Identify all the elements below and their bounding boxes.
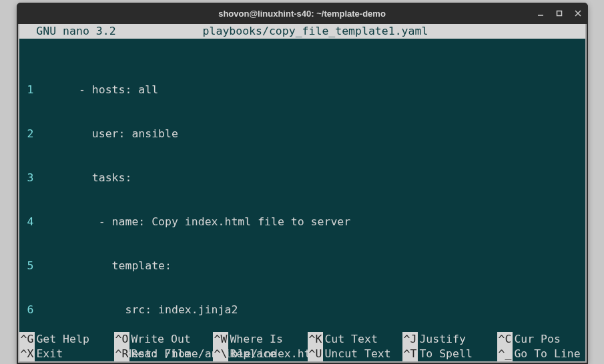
shortcut-label: Exit <box>35 347 63 361</box>
maximize-button[interactable] <box>555 9 564 18</box>
line-number-gutter: 1 2 3 4 5 6 7 8 9 10 11 12 <box>19 39 72 317</box>
shortcut-label: Get Help <box>35 332 89 347</box>
shortcut-key: ^C <box>497 332 513 347</box>
shortcut-cut-text: ^KCut Text <box>308 332 402 347</box>
line-number: 4 <box>19 215 35 229</box>
nano-header: GNU nano 3.2 playbooks/copy_file_templat… <box>19 24 585 39</box>
shortcut-justify: ^JJustify <box>402 332 497 347</box>
shortcut-get-help: ^GGet Help <box>19 332 114 347</box>
shortcut-key: ^T <box>402 347 418 361</box>
shortcut-key: ^K <box>308 332 324 347</box>
svg-rect-1 <box>557 11 561 16</box>
shortcut-label: Uncut Text <box>323 347 390 361</box>
shortcut-where-is: ^WWhere Is <box>213 332 308 347</box>
terminal-area[interactable]: GNU nano 3.2 playbooks/copy_file_templat… <box>18 24 587 363</box>
code-line: - hosts: all <box>72 83 585 97</box>
terminal-window: shovon@linuxhint-s40: ~/template-demo GN… <box>17 3 588 364</box>
nano-filename: playbooks/copy_file_template1.yaml <box>203 24 428 39</box>
shortcut-row-2: ^XExit ^RRead File ^\Replace ^UUncut Tex… <box>19 347 585 361</box>
shortcut-cur-pos: ^CCur Pos <box>497 332 588 347</box>
line-number: 3 <box>19 171 35 185</box>
shortcut-key: ^J <box>402 332 418 347</box>
shortcut-row-1: ^GGet Help ^OWrite Out ^WWhere Is ^KCut … <box>19 332 585 347</box>
shortcut-key: ^W <box>213 332 229 347</box>
shortcut-label: Read File <box>129 347 190 361</box>
shortcut-key: ^X <box>19 347 35 361</box>
code-line: - name: Copy index.html file to server <box>72 215 585 229</box>
shortcut-key: ^O <box>114 332 130 347</box>
shortcut-replace: ^\Replace <box>213 347 308 361</box>
shortcut-label: Replace <box>228 347 276 361</box>
close-button[interactable] <box>573 9 583 18</box>
code-line: user: ansible <box>72 127 585 141</box>
minimize-button[interactable] <box>536 9 545 18</box>
code-area[interactable]: - hosts: all user: ansible tasks: - name… <box>72 39 585 317</box>
editor-body: 1 2 3 4 5 6 7 8 9 10 11 12 - hosts: all … <box>19 39 585 317</box>
nano-shortcuts: ^GGet Help ^OWrite Out ^WWhere Is ^KCut … <box>19 332 585 361</box>
code-line: src: index.jinja2 <box>72 303 585 317</box>
shortcut-label: Write Out <box>129 332 190 347</box>
shortcut-label: Justify <box>418 332 466 347</box>
window-title: shovon@linuxhint-s40: ~/template-demo <box>218 9 386 19</box>
code-line: tasks: <box>72 171 585 185</box>
shortcut-exit: ^XExit <box>19 347 114 361</box>
shortcut-label: Go To Line <box>513 347 580 361</box>
shortcut-key: ^_ <box>497 347 513 361</box>
nano-version: GNU nano 3.2 <box>19 24 116 39</box>
line-number: 5 <box>19 259 35 273</box>
shortcut-go-to-line: ^_Go To Line <box>497 347 588 361</box>
shortcut-key: ^R <box>114 347 130 361</box>
shortcut-label: To Spell <box>418 347 472 361</box>
shortcut-write-out: ^OWrite Out <box>114 332 213 347</box>
shortcut-uncut-text: ^UUncut Text <box>308 347 402 361</box>
shortcut-label: Cur Pos <box>513 332 561 347</box>
shortcut-label: Where Is <box>228 332 282 347</box>
shortcut-key: ^G <box>19 332 35 347</box>
window-controls <box>536 9 583 18</box>
titlebar: shovon@linuxhint-s40: ~/template-demo <box>17 3 588 24</box>
line-number: 1 <box>19 83 35 97</box>
shortcut-to-spell: ^TTo Spell <box>402 347 497 361</box>
shortcut-label: Cut Text <box>323 332 377 347</box>
shortcut-key: ^\ <box>213 347 229 361</box>
line-number: 2 <box>19 127 35 141</box>
line-number: 6 <box>19 303 35 317</box>
shortcut-key: ^U <box>308 347 324 361</box>
code-line: template: <box>72 259 585 273</box>
shortcut-read-file: ^RRead File <box>114 347 213 361</box>
